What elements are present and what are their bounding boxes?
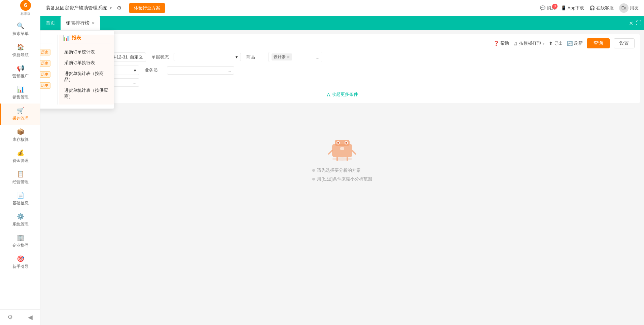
tag-close-icon[interactable]: ✕ bbox=[287, 55, 290, 59]
refresh-icon: 🔄 bbox=[567, 41, 573, 46]
goods-label: 商品 bbox=[246, 54, 266, 60]
help-icon: ❓ bbox=[493, 41, 499, 46]
online-service-button[interactable]: 🎧 在线客服 bbox=[589, 5, 614, 11]
goods-tag[interactable]: 设计素 ✕ bbox=[272, 53, 292, 60]
filter-row-1: 日期 近7天 | 更多 | 2024-12-31 自定义 单据状态 bbox=[50, 52, 635, 62]
user-avatar: Ea bbox=[619, 3, 629, 13]
dropdown-item-expense[interactable]: 采购费用分摊单 历史 bbox=[40, 80, 52, 91]
help-button[interactable]: ❓ 帮助 bbox=[493, 40, 509, 46]
svg-line-9 bbox=[352, 151, 356, 154]
headset-icon: 🎧 bbox=[589, 5, 595, 10]
goods-select[interactable]: 设计素 ✕ ... bbox=[269, 52, 322, 62]
tab-close-window-icon[interactable]: ✕ bbox=[629, 20, 633, 27]
dropdown-col-report: 📊 报表 采购订单统计表 采购订单执行表 进货单统计表（按商品） bbox=[59, 35, 114, 105]
marketing-icon: 📢 bbox=[17, 65, 24, 72]
sidebar-item-inventory[interactable]: 📦 库存核算 bbox=[0, 125, 40, 146]
refresh-button[interactable]: 🔄 刷新 bbox=[567, 40, 583, 46]
home-icon: 🏠 bbox=[17, 43, 24, 51]
enterprise-icon: 🏢 bbox=[17, 234, 24, 241]
history-tag: 历史 bbox=[40, 60, 50, 67]
system-title: 装备及固定资产辅助管理系统 bbox=[46, 5, 107, 11]
voucher-status-select[interactable]: ▾ bbox=[174, 53, 241, 61]
sidebar-item-newbie[interactable]: 🎯 新手引导 bbox=[0, 252, 40, 273]
svg-point-0 bbox=[332, 157, 352, 161]
sidebar-settings-icon[interactable]: ⚙ bbox=[7, 314, 13, 321]
dropdown-item-incoming[interactable]: 进货单 历史 bbox=[40, 58, 52, 69]
user-menu-button[interactable]: Ea 用友 bbox=[619, 3, 639, 13]
dropdown-item-report-3[interactable]: 进货单统计表（按商品） bbox=[63, 68, 110, 85]
page-content: ❓ 帮助 🖨 按模板打印 ▾ ⬆ 导出 🔄 刷新 bbox=[40, 30, 644, 325]
sidebar-item-basic-info[interactable]: 📄 基础信息 bbox=[0, 188, 40, 209]
settings-button[interactable]: 设置 bbox=[614, 38, 635, 48]
template-print-button[interactable]: 🖨 按模板打印 ▾ bbox=[513, 40, 545, 46]
tab-sales-ranking[interactable]: 销售排行榜 ✕ bbox=[61, 16, 100, 30]
main-layout: 🔍 搜索菜单 🏠 快捷导航 📢 营销推广 📊 销售管理 🛒 采购管理 📦 库存核… bbox=[0, 16, 644, 325]
tab-fullscreen-icon[interactable]: ⛶ bbox=[636, 20, 641, 26]
select-arrow-icon: ▾ bbox=[236, 54, 238, 59]
purchase-icon: 🛒 bbox=[17, 107, 24, 114]
sidebar: 🔍 搜索菜单 🏠 快捷导航 📢 营销推广 📊 销售管理 🛒 采购管理 📦 库存核… bbox=[0, 16, 40, 325]
dropdown-columns: 🛒 采购业务 采购订单 历史 进货单 历史 进货退货 bbox=[40, 35, 114, 105]
rank-select-arrow-icon: ▾ bbox=[134, 68, 136, 73]
sidebar-item-operations[interactable]: 📋 经营管理 bbox=[0, 167, 40, 188]
top-header: 6 标准版 装备及固定资产辅助管理系统 ▾ ⚙ 体验行业方案 💬 9 消息 📱 … bbox=[0, 0, 644, 16]
query-button[interactable]: 查询 bbox=[587, 38, 610, 48]
sidebar-collapse-icon[interactable]: ◀ bbox=[28, 314, 33, 321]
tab-home[interactable]: 首页 bbox=[40, 16, 61, 30]
system-icon: ⚙️ bbox=[17, 213, 24, 220]
sidebar-item-quick-nav[interactable]: 🏠 快捷导航 bbox=[0, 40, 40, 61]
sidebar-item-capital[interactable]: 💰 资金管理 bbox=[0, 146, 40, 167]
filter-row-3: 客户 ... bbox=[50, 78, 635, 87]
export-icon: ⬆ bbox=[549, 41, 553, 46]
dropdown-divider bbox=[57, 35, 58, 105]
sidebar-item-marketing[interactable]: 📢 营销推广 bbox=[0, 61, 40, 82]
dropdown-col-purchase: 🛒 采购业务 采购订单 历史 进货单 历史 进货退货 bbox=[40, 35, 56, 105]
dropdown-item-report-1[interactable]: 采购订单统计表 bbox=[63, 47, 110, 57]
svg-rect-7 bbox=[340, 147, 344, 150]
logo-subtitle: 标准版 bbox=[21, 11, 31, 16]
sidebar-item-system[interactable]: ⚙️ 系统管理 bbox=[0, 209, 40, 231]
tab-close-icon[interactable]: ✕ bbox=[92, 21, 95, 26]
notification-badge: 9 bbox=[552, 4, 558, 9]
dropdown-item-report-4[interactable]: 进货单统计表（按供应商） bbox=[63, 85, 110, 102]
empty-state: 请先选择要分析的方案 用[过滤]条件来缩小分析范围 bbox=[44, 107, 640, 210]
industry-button[interactable]: 体验行业方案 bbox=[129, 3, 165, 13]
sidebar-item-search[interactable]: 🔍 搜索菜单 bbox=[0, 19, 40, 40]
empty-dot-2 bbox=[312, 178, 315, 180]
sidebar-item-enterprise[interactable]: 🏢 企业协同 bbox=[0, 231, 40, 252]
capital-icon: 💰 bbox=[17, 149, 24, 157]
basic-info-icon: 📄 bbox=[17, 192, 24, 199]
filter-toolbar: ❓ 帮助 🖨 按模板打印 ▾ ⬆ 导出 🔄 刷新 bbox=[50, 38, 635, 48]
filter-row-2: 排名项目 金额 ▾ 业务员 ... bbox=[50, 66, 635, 75]
dropdown-report-header: 📊 报表 bbox=[63, 35, 110, 43]
dropdown-item-report-2[interactable]: 采购订单执行表 bbox=[63, 57, 110, 68]
sidebar-item-sales[interactable]: 📊 销售管理 bbox=[0, 82, 40, 104]
sidebar-item-purchase[interactable]: 🛒 采购管理 bbox=[0, 104, 40, 125]
print-dropdown-icon[interactable]: ▾ bbox=[542, 41, 545, 46]
empty-text: 请先选择要分析的方案 用[过滤]条件来缩小分析范围 bbox=[312, 166, 372, 184]
collapse-up-icon: ⋀ bbox=[327, 92, 330, 97]
history-tag: 历史 bbox=[40, 49, 50, 55]
dropdown-item-return[interactable]: 进货退货 历史 bbox=[40, 69, 52, 80]
svg-point-6 bbox=[346, 142, 347, 144]
svg-line-8 bbox=[329, 151, 332, 154]
salesperson-label: 业务员 bbox=[145, 67, 165, 73]
inventory-icon: 📦 bbox=[17, 128, 24, 135]
message-button[interactable]: 💬 9 消息 bbox=[540, 5, 556, 11]
history-tag: 历史 bbox=[40, 71, 50, 78]
phone-icon: 📱 bbox=[561, 5, 566, 10]
purchase-dropdown-menu: 🛒 采购业务 采购订单 历史 进货单 历史 进货退货 bbox=[40, 30, 114, 109]
tab-bar-right: ✕ ⛶ bbox=[629, 20, 644, 27]
dropdown-item-purchase-order[interactable]: 采购订单 历史 bbox=[40, 47, 52, 58]
filter-goods: 商品 设计素 ✕ ... bbox=[246, 52, 322, 62]
sales-icon: 📊 bbox=[17, 86, 24, 93]
salesperson-select[interactable]: ... bbox=[167, 66, 234, 75]
logo-icon: 6 bbox=[20, 0, 31, 11]
collapse-button[interactable]: ⋀ 收起更多条件 bbox=[50, 90, 635, 99]
message-icon: 💬 bbox=[540, 5, 545, 10]
export-button[interactable]: ⬆ 导出 bbox=[549, 40, 563, 46]
empty-dot-1 bbox=[312, 169, 315, 172]
header-settings-button[interactable]: ⚙ bbox=[114, 3, 124, 13]
dropdown-arrow-icon[interactable]: ▾ bbox=[110, 6, 112, 10]
app-download-button[interactable]: 📱 App下载 bbox=[561, 5, 584, 11]
